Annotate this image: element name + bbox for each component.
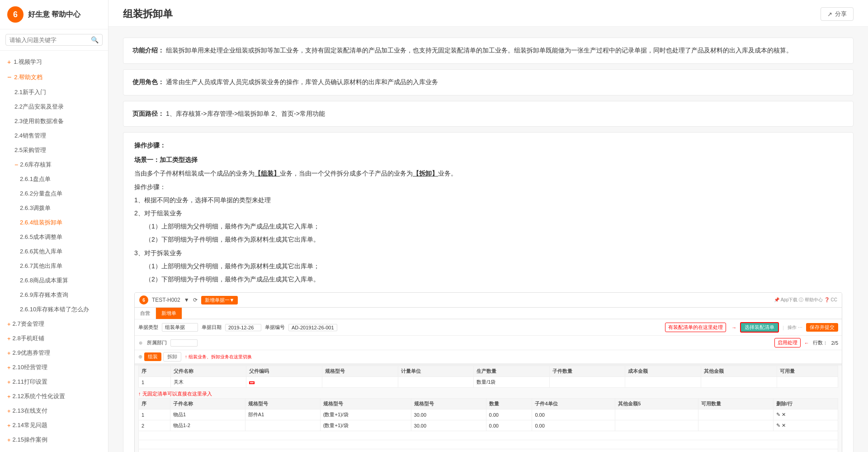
sub-cell-val: 30.00: [411, 420, 486, 431]
sub-col-spec2: 规格型号: [320, 399, 411, 409]
empty-cell: [139, 431, 838, 440]
step3-1: （1）上部明细为父件明细，最终作为原材料生成其它出库单；: [134, 261, 842, 272]
mock-num-input[interactable]: AD-201912-26-001: [288, 324, 337, 331]
mock-select-btn[interactable]: 选择装配清单: [740, 322, 779, 333]
sidebar-item-2-5[interactable]: 2.5采购管理: [0, 143, 108, 157]
sidebar-item-2-2[interactable]: 2.2产品安装及登录: [0, 100, 108, 114]
sidebar-item-2-12[interactable]: + 2.12系统个性化设置: [0, 389, 108, 404]
minus-icon-2-6: −: [14, 161, 18, 168]
mock-rows-value: 2/5: [831, 340, 838, 346]
disassemble-link[interactable]: 【拆卸】: [413, 170, 438, 177]
sub-table-row: [139, 431, 838, 440]
sidebar-item-2-6-1[interactable]: 2.6.1盘点单: [0, 172, 108, 186]
mock-action-icons: 操作 ⋯: [788, 324, 802, 331]
mock-refresh-icon: ⟳: [193, 297, 198, 303]
col-avail: 可用量: [777, 366, 838, 377]
sub-cell-formula: (数量+1)/袋: [320, 409, 411, 420]
path-text: 1、库存核算->库存管理->组装拆卸单 2、首页->常用功能: [166, 110, 325, 117]
sub-cell-name: 物品1: [170, 409, 245, 420]
sidebar-item-2-6-10[interactable]: 2.6.10库存账本错了怎么办: [0, 302, 108, 317]
sidebar-item-2-3[interactable]: 2.3使用前数据准备: [0, 114, 108, 128]
search-bar: 🔍: [0, 29, 108, 51]
sidebar-item-2-6-7[interactable]: 2.6.7其他出库单: [0, 259, 108, 273]
mock-tabs: 自营 新增单: [135, 308, 842, 319]
sidebar-item-label: 1.视频学习: [14, 58, 42, 66]
annotation-enable: 启用处理: [774, 338, 801, 347]
sidebar-item-docs[interactable]: − 2.帮助文档: [0, 70, 108, 85]
col-sub-qty: 子件数量: [549, 366, 625, 377]
sidebar-item-2-6-6[interactable]: 2.6.6其他入库单: [0, 244, 108, 259]
highlighted-code: [249, 381, 255, 384]
sub-cell-qty: 0.00: [486, 420, 532, 431]
main-header: 组装拆卸单 ↗ 分享: [108, 0, 868, 27]
sidebar-item-2-13[interactable]: + 2.13在线支付: [0, 404, 108, 418]
sidebar-item-2-9[interactable]: + 2.9优惠券管理: [0, 346, 108, 360]
share-button[interactable]: ↗ 分享: [821, 7, 854, 21]
sub-table-row: 1 物品1 部件A1 (数量+1)/袋 30.00 0.00 0.00: [139, 409, 838, 420]
plus-icon-2-11: +: [7, 379, 11, 385]
sidebar-item-2-6-2[interactable]: 2.6.2分量盘点单: [0, 186, 108, 201]
search-icon[interactable]: 🔍: [91, 36, 99, 43]
mock-date-label: 单据日期: [202, 324, 222, 331]
annotation-type-switch: ↑ 组装业务、拆卸业务在这里切换: [185, 354, 252, 360]
role-label: 使用角色：: [132, 78, 164, 86]
logo-area: 6 好生意 帮助中心: [0, 0, 108, 29]
sidebar-item-2-7[interactable]: + 2.7资金管理: [0, 317, 108, 331]
sidebar-item-2-6-8[interactable]: 2.6.8商品成本重算: [0, 273, 108, 288]
sub-cell-unit4: 0.00: [532, 409, 615, 420]
mock-date-input[interactable]: 2019-12-26: [225, 324, 261, 331]
mock-toolbar: 单据类型 组装单据 单据日期 2019-12-26 单据编号 AD-201912…: [135, 319, 842, 336]
step2: 2、对于组装业务: [134, 208, 842, 219]
sidebar-item-2-6-9[interactable]: 2.6.9库存账本查询: [0, 288, 108, 302]
cell-name: 关木: [170, 377, 246, 388]
mock-new-btn[interactable]: 新增单据一▼: [201, 296, 238, 305]
search-input[interactable]: [9, 37, 91, 43]
sidebar-item-2-6-4[interactable]: 2.6.4组装拆卸单: [0, 215, 108, 230]
mock-side-icon2: ⊕: [138, 354, 142, 360]
sidebar-item-2-11[interactable]: + 2.11打印设置: [0, 375, 108, 389]
steps-label: 操作步骤：: [134, 181, 842, 193]
plus-icon-2-12: +: [7, 393, 11, 400]
sub-cell-qty: 0.00: [486, 409, 532, 420]
mock-dept-input[interactable]: [170, 339, 198, 347]
sidebar-item-2-6-3[interactable]: 2.6.3调拨单: [0, 201, 108, 215]
sub-col-name: 子件名称: [170, 399, 245, 409]
sidebar-item-2-6[interactable]: − 2.6库存核算: [0, 157, 108, 172]
cell-subqty: [549, 377, 625, 388]
mock-save-btn[interactable]: 保存并提交: [806, 323, 838, 332]
sidebar-item-videos[interactable]: + 1.视频学习: [0, 54, 108, 70]
sub-cell-action[interactable]: ✎ ✕: [774, 409, 838, 420]
cell-prodqty: 数量/1袋: [474, 377, 550, 388]
sub-col-unit4: 子件4单位: [532, 399, 615, 409]
sidebar-item-2-10[interactable]: + 2.10经营管理: [0, 360, 108, 375]
mock-tab-new[interactable]: 新增单: [156, 308, 182, 319]
mock-tab-self[interactable]: 自营: [135, 308, 156, 319]
main-body: 功能介绍： 组装拆卸单用来处理企业组装或拆卸等加工业务，支持有固定装配清单的产品…: [108, 27, 868, 452]
cell-cost: [625, 377, 701, 388]
sidebar-item-2-4[interactable]: 2.4销售管理: [0, 128, 108, 143]
sub-cell-action[interactable]: ✎ ✕: [774, 420, 838, 431]
sidebar-item-2-14[interactable]: + 2.14常见问题: [0, 418, 108, 433]
col-cost-amt: 成本金额: [625, 366, 701, 377]
main-content: 组装拆卸单 ↗ 分享 功能介绍： 组装拆卸单用来处理企业组装或拆卸等加工业务，支…: [108, 0, 868, 452]
mock-main-table: 序 父件名称 父件编码 规格型号 计量单位 生产数量 子件数量 成本金额 其他金…: [138, 366, 838, 388]
col-other-amt: 其他金额: [701, 366, 777, 377]
mock-sub-table: 序 子件名称 规格型号 规格型号 规格型号 数量 子件4单位 其他金额5 可用数…: [138, 398, 838, 452]
mock-tab-disassembly[interactable]: 拆卸: [163, 352, 181, 362]
sidebar-item-2-8[interactable]: + 2.8手机旺铺: [0, 331, 108, 346]
sub-cell-spec: 部件A1: [245, 409, 320, 420]
sidebar-item-label: 2.帮助文档: [14, 73, 42, 81]
sub-col-spec1: 规格型号: [245, 399, 320, 409]
annotation-no-bom-text: ↑ 无固定清单可以直接在这里录入: [138, 391, 212, 396]
logo-icon: 6: [7, 6, 24, 23]
assemble-link[interactable]: 【组装】: [255, 170, 280, 177]
sidebar-item-2-6-5[interactable]: 2.6.5成本调整单: [0, 230, 108, 244]
mock-tab-assembly[interactable]: 组装: [144, 352, 161, 361]
mock-app-bar: 6 TEST-H002 ▼ ⟳ 新增单据一▼ 📌 App下载 ⓘ 帮助中心 ❓ …: [135, 293, 842, 308]
mock-type-input[interactable]: 组装单据: [162, 323, 198, 332]
role-card: 使用角色： 通常由生产人员或库管人员完成拆装业务的操作，库管人员确认原材料的出库…: [123, 69, 854, 95]
sidebar: 6 好生意 帮助中心 🔍 + 1.视频学习 − 2.帮助文档 2.1新手入门 2…: [0, 0, 108, 452]
sidebar-item-2-1[interactable]: 2.1新手入门: [0, 85, 108, 100]
col-unit: 计量单位: [398, 366, 474, 377]
sidebar-item-2-15[interactable]: + 2.15操作案例: [0, 433, 108, 447]
